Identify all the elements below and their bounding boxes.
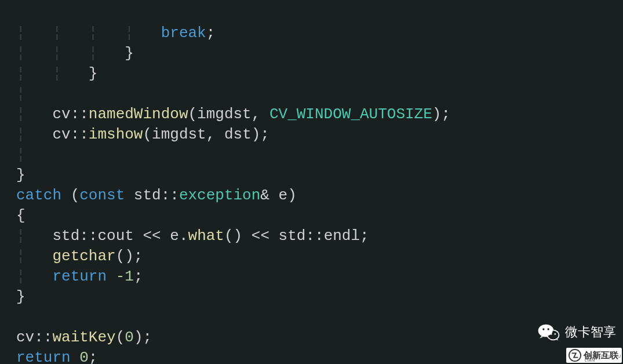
keyword-return: return bbox=[52, 268, 107, 285]
indent-guide: ¦ bbox=[16, 85, 25, 103]
indent-guide: ¦ bbox=[16, 126, 25, 143]
keyword-return: return bbox=[16, 349, 71, 364]
wechat-watermark: 微卡智享 bbox=[537, 322, 616, 342]
code-line: } bbox=[16, 166, 25, 184]
keyword-catch: catch bbox=[16, 187, 61, 204]
code-line: return 0; bbox=[16, 349, 97, 364]
indent-guide: ¦ bbox=[16, 105, 25, 123]
indent-guide: ¦ bbox=[52, 24, 61, 42]
wechat-label: 微卡智享 bbox=[565, 323, 616, 341]
code-line: catch (const std::exception& e) bbox=[16, 187, 297, 204]
indent-guide: ¦ bbox=[16, 247, 25, 265]
indent-guide: ¦ bbox=[52, 45, 61, 62]
fn-imshow: imshow bbox=[89, 126, 143, 143]
brand-logo-icon bbox=[569, 349, 581, 362]
code-line: ¦ bbox=[16, 146, 25, 163]
wechat-icon bbox=[537, 322, 560, 342]
const-autosize: CV_WINDOW_AUTOSIZE bbox=[269, 105, 432, 123]
code-line: ¦ ¦ } bbox=[16, 65, 97, 82]
brand-watermark: 创新互联 CHUANG XIN HU LIAN bbox=[566, 348, 622, 363]
fn-waitKey: waitKey bbox=[52, 329, 115, 346]
indent-guide: ¦ bbox=[52, 65, 61, 82]
code-line: ¦ ¦ ¦ } bbox=[16, 45, 134, 62]
code-line: ¦ return -1; bbox=[16, 268, 143, 285]
code-line: ¦ std::cout << e.what() << std::endl; bbox=[16, 227, 369, 245]
code-line: ¦ cv::imshow(imgdst, dst); bbox=[16, 126, 269, 143]
code-line: ¦ cv::namedWindow(imgdst, CV_WINDOW_AUTO… bbox=[16, 105, 450, 123]
code-line: cv::waitKey(0); bbox=[16, 329, 152, 346]
type-exception: exception bbox=[179, 187, 260, 204]
indent-guide: ¦ bbox=[16, 227, 25, 245]
fn-namedWindow: namedWindow bbox=[89, 105, 188, 123]
indent-guide: ¦ bbox=[16, 24, 25, 42]
svg-point-4 bbox=[542, 328, 544, 330]
indent-guide: ¦ bbox=[16, 146, 25, 163]
fn-getchar: getchar bbox=[52, 247, 115, 265]
svg-point-7 bbox=[555, 333, 556, 335]
svg-point-6 bbox=[551, 333, 552, 335]
keyword-const: const bbox=[79, 187, 125, 204]
indent-guide: ¦ bbox=[125, 24, 134, 42]
code-line: ¦ getchar(); bbox=[16, 247, 143, 265]
code-line: ¦ ¦ ¦ ¦ break; bbox=[16, 24, 215, 42]
keyword-break: break bbox=[161, 24, 206, 42]
indent-guide: ¦ bbox=[16, 45, 25, 62]
code-line: { bbox=[16, 207, 25, 224]
svg-point-5 bbox=[548, 328, 549, 330]
fn-what: what bbox=[188, 227, 224, 245]
indent-guide: ¦ bbox=[89, 45, 98, 62]
code-line: } bbox=[16, 288, 25, 305]
brand-sub-text: CHUANG XIN HU LIAN bbox=[585, 354, 622, 362]
indent-guide: ¦ bbox=[16, 65, 25, 82]
code-line: ¦ bbox=[16, 85, 25, 103]
code-editor[interactable]: ¦ ¦ ¦ ¦ break; ¦ ¦ ¦ } ¦ ¦ } ¦ ¦ cv::nam… bbox=[0, 0, 623, 364]
indent-guide: ¦ bbox=[16, 268, 25, 285]
indent-guide: ¦ bbox=[89, 24, 98, 42]
